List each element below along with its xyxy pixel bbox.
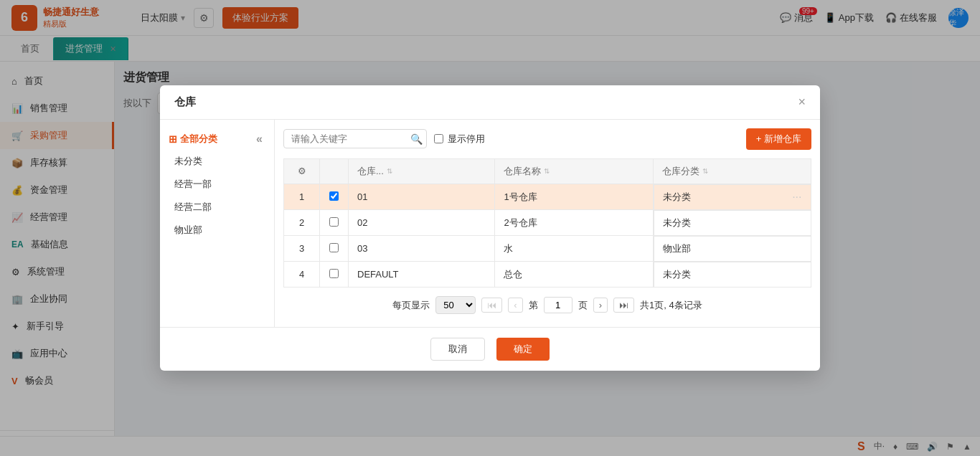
row-category: 物业部 xyxy=(654,236,811,262)
row-checkbox[interactable] xyxy=(320,262,349,288)
row-code: 01 xyxy=(349,184,495,210)
row-name: 总仓 xyxy=(495,262,653,288)
row-index: 2 xyxy=(284,210,320,236)
table-row[interactable]: 1 01 1号仓库 未分类 ··· xyxy=(284,184,811,210)
warehouse-table: ⚙ 仓库... ⇅ 仓库名称 xyxy=(283,158,811,288)
search-icon[interactable]: 🔍 xyxy=(410,133,423,145)
row-category: 未分类 xyxy=(654,262,811,288)
category-item-ops1[interactable]: 经营一部 xyxy=(160,173,274,196)
modal-footer: 取消 确定 xyxy=(160,327,820,371)
warehouse-table-wrap: ⚙ 仓库... ⇅ 仓库名称 xyxy=(283,158,811,288)
page-size-select[interactable]: 50 10 20 100 xyxy=(435,296,476,314)
row-name: 2号仓库 xyxy=(495,210,653,236)
prev-page-button[interactable]: ‹ xyxy=(508,298,522,313)
next-page-button[interactable]: › xyxy=(593,298,608,313)
col-name: 仓库名称 ⇅ xyxy=(495,158,653,184)
collapse-icon[interactable]: « xyxy=(253,133,265,146)
table-row[interactable]: 4 DEFAULT 总仓 未分类 xyxy=(284,262,811,288)
sort-icon-code: ⇅ xyxy=(387,167,392,175)
row-code: 03 xyxy=(349,236,495,262)
confirm-button[interactable]: 确定 xyxy=(496,338,550,361)
row-checkbox[interactable] xyxy=(320,184,349,210)
modal-right-panel: 🔍 显示停用 + 新增仓库 ⚙ xyxy=(275,120,820,328)
row-code: DEFAULT xyxy=(349,262,495,288)
col-gear: ⚙ xyxy=(284,158,320,184)
show-disabled-wrap: 显示停用 xyxy=(434,133,485,146)
row-index: 4 xyxy=(284,262,320,288)
table-row[interactable]: 2 02 2号仓库 未分类 xyxy=(284,210,811,236)
row-name: 水 xyxy=(495,236,653,262)
current-page-input[interactable] xyxy=(544,297,573,313)
row-checkbox[interactable] xyxy=(320,210,349,236)
row-category: 未分类 xyxy=(654,210,811,236)
row-category: 未分类 ··· xyxy=(654,184,811,210)
sort-icon-category: ⇅ xyxy=(702,167,708,175)
category-item-ops2[interactable]: 经营二部 xyxy=(160,196,274,219)
row-checkbox[interactable] xyxy=(320,236,349,262)
search-input-wrap: 🔍 xyxy=(283,129,427,148)
cancel-button[interactable]: 取消 xyxy=(430,338,485,361)
row-index: 1 xyxy=(284,184,320,210)
show-disabled-checkbox[interactable] xyxy=(434,134,443,143)
grid-icon: ⊞ xyxy=(169,133,177,145)
table-row[interactable]: 3 03 水 物业部 xyxy=(284,236,811,262)
row-index: 3 xyxy=(284,236,320,262)
row-actions[interactable]: ··· xyxy=(792,191,801,204)
category-item-property[interactable]: 物业部 xyxy=(160,219,274,242)
category-item-unclassified[interactable]: 未分类 xyxy=(160,150,274,173)
last-page-button[interactable]: ⏭ xyxy=(613,298,634,313)
page-label: 页 xyxy=(578,299,588,312)
row-code: 02 xyxy=(349,210,495,236)
modal-search-bar: 🔍 显示停用 + 新增仓库 xyxy=(283,128,811,150)
page-size-label: 每页显示 xyxy=(392,299,430,312)
pagination: 每页显示 50 10 20 100 ⏮ ‹ 第 页 › ⏭ 共1页, 4条记录 xyxy=(283,288,811,318)
modal-body: ⊞ 全部分类 « 未分类 经营一部 经营二部 物业部 🔍 xyxy=(160,120,820,328)
col-checkbox xyxy=(320,158,349,184)
total-info: 共1页, 4条记录 xyxy=(640,299,702,312)
add-warehouse-button[interactable]: + 新增仓库 xyxy=(746,128,811,150)
modal-header: 仓库 × xyxy=(160,85,820,120)
modal-backdrop: 仓库 × ⊞ 全部分类 « 未分类 经营一部 经营二部 物业部 xyxy=(0,0,980,456)
row-name: 1号仓库 xyxy=(495,184,653,210)
col-category: 仓库分类 ⇅ xyxy=(653,158,811,184)
first-page-button[interactable]: ⏮ xyxy=(481,298,502,313)
page-prefix: 第 xyxy=(529,299,538,312)
search-input[interactable] xyxy=(283,129,427,148)
modal-close-button[interactable]: × xyxy=(798,95,806,108)
category-sidebar: ⊞ 全部分类 « 未分类 经营一部 经营二部 物业部 xyxy=(160,120,275,328)
modal-title: 仓库 xyxy=(174,95,196,109)
col-code: 仓库... ⇅ xyxy=(349,158,495,184)
all-categories-item[interactable]: ⊞ 全部分类 « xyxy=(160,128,274,150)
warehouse-modal: 仓库 × ⊞ 全部分类 « 未分类 经营一部 经营二部 物业部 xyxy=(160,85,820,371)
sort-icon-name: ⇅ xyxy=(544,167,550,175)
